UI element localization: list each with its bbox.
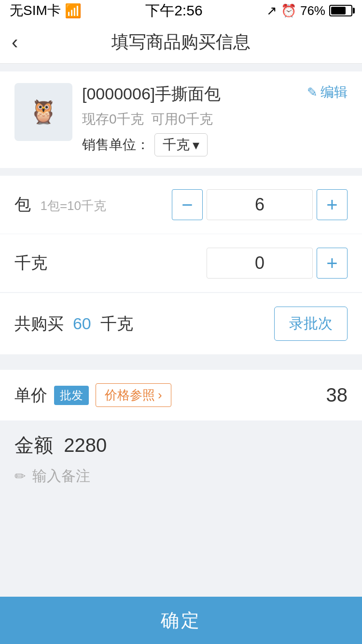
qianke-increment-button[interactable]: + xyxy=(317,248,348,279)
total-row: 共购买 60 千克 录批次 xyxy=(0,293,362,354)
bao-sub-label: 1包=10千克 xyxy=(40,198,106,213)
amount-label: 金额 xyxy=(14,434,53,456)
back-button[interactable]: ‹ xyxy=(12,31,18,53)
battery-percent: 76% xyxy=(300,3,325,18)
product-unit-row: 销售单位： 千克 ▾ xyxy=(82,133,348,156)
qianke-quantity-control: + xyxy=(207,248,348,279)
product-stock: 现存0千克 可用0千克 xyxy=(82,110,348,128)
price-left: 单价 批发 价格参照 › xyxy=(14,383,171,407)
battery-icon xyxy=(329,5,352,16)
total-text: 共购买 60 千克 xyxy=(14,313,133,335)
remark-row[interactable]: ✏ 输入备注 xyxy=(14,466,348,486)
price-value: 38 xyxy=(326,384,348,406)
carrier-text: 无SIM卡 xyxy=(10,1,61,20)
amount-section: 金额 2280 ✏ 输入备注 xyxy=(0,420,362,491)
edit-button[interactable]: ✎ 编辑 xyxy=(307,83,348,101)
section-divider-2 xyxy=(0,354,362,362)
pencil-icon: ✏ xyxy=(14,468,26,484)
total-amount: 60 xyxy=(73,314,91,333)
product-card: 🦉 [0000006]手撕面包 现存0千克 可用0千克 销售单位： 千克 ▾ ✎… xyxy=(0,71,362,168)
price-label: 单价 xyxy=(14,384,47,406)
status-time: 下午2:56 xyxy=(145,1,202,21)
price-ref-arrow-icon: › xyxy=(158,388,162,403)
qianke-label: 千克 xyxy=(14,252,207,274)
bao-increment-button[interactable]: + xyxy=(317,189,348,220)
price-row: 单价 批发 价格参照 › 38 xyxy=(14,383,348,407)
edit-icon: ✎ xyxy=(307,85,318,100)
bao-quantity-input[interactable] xyxy=(207,189,313,220)
bao-input-row: 包 1包=10千克 − + xyxy=(0,176,362,234)
status-bar: 无SIM卡 📶 下午2:56 ↗ ⏰ 76% xyxy=(0,0,362,21)
dropdown-arrow-icon: ▾ xyxy=(193,137,199,153)
location-icon: ↗ xyxy=(266,3,277,18)
batch-button[interactable]: 录批次 xyxy=(274,307,348,341)
alarm-icon: ⏰ xyxy=(281,3,296,18)
status-left: 无SIM卡 📶 xyxy=(10,1,82,20)
price-section: 单价 批发 价格参照 › 38 xyxy=(0,370,362,420)
product-thumbnail: 🦉 xyxy=(14,83,72,141)
bao-quantity-control: − + xyxy=(172,189,348,220)
section-divider-1 xyxy=(0,168,362,176)
price-reference-button[interactable]: 价格参照 › xyxy=(96,383,171,407)
page-title: 填写商品购买信息 xyxy=(111,30,251,54)
wifi-icon: 📶 xyxy=(65,3,82,19)
nav-bar: ‹ 填写商品购买信息 xyxy=(0,21,362,64)
amount-row: 金额 2280 xyxy=(14,432,348,459)
input-section: 包 1包=10千克 − + 千克 + xyxy=(0,176,362,293)
amount-value: 2280 xyxy=(64,434,107,456)
price-badge: 批发 xyxy=(54,386,89,405)
unit-select[interactable]: 千克 ▾ xyxy=(154,133,208,156)
status-right: ↗ ⏰ 76% xyxy=(266,3,352,18)
confirm-button[interactable]: 确定 xyxy=(0,597,362,644)
qianke-input-row: 千克 + xyxy=(0,234,362,293)
bao-decrement-button[interactable]: − xyxy=(172,189,203,220)
qianke-quantity-input[interactable] xyxy=(207,248,313,279)
remark-placeholder: 输入备注 xyxy=(32,466,90,486)
bao-label: 包 1包=10千克 xyxy=(14,194,172,216)
